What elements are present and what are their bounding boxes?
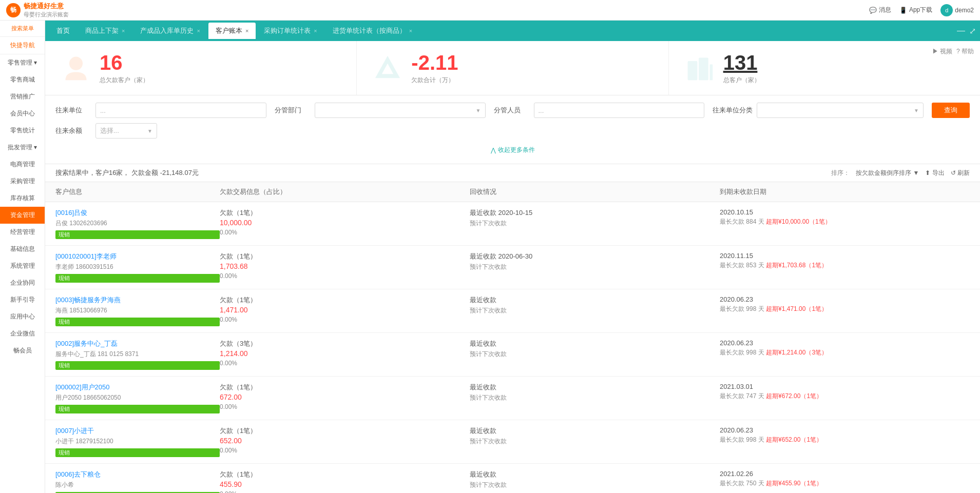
last-repay-2: 最近收款 xyxy=(470,295,720,305)
overdue-link-6[interactable]: 超期¥455.90（1笔） xyxy=(766,480,822,487)
debt-info-1: 欠款（1笔） 1,703.68 0.00% xyxy=(220,252,470,280)
sidebar-item-purchase-mgmt[interactable]: 采购管理 xyxy=(0,173,45,190)
last-repay-3: 最近收款 xyxy=(470,339,720,348)
person-input[interactable]: ... xyxy=(534,103,705,118)
overdue-link-3[interactable]: 超期¥1,214.00（3笔） xyxy=(766,349,828,356)
overdue-link-4[interactable]: 超期¥672.00（1笔） xyxy=(766,392,822,400)
overdue-link-1[interactable]: 超期¥1,703.68（1笔） xyxy=(766,262,828,269)
debtors-label: 总欠款客户（家） xyxy=(100,76,149,85)
tab-minimize-btn[interactable]: — xyxy=(957,26,965,36)
refresh-btn[interactable]: ↺ 刷新 xyxy=(951,169,970,178)
overdue-link-5[interactable]: 超期¥652.00（1笔） xyxy=(766,436,822,443)
help-link[interactable]: ? 帮助 xyxy=(956,47,974,56)
sort-select[interactable]: 按欠款金额倒序排序 ▼ xyxy=(856,169,919,178)
tab-product-off[interactable]: 商品上下架 × xyxy=(78,23,132,39)
customer-name-0[interactable]: [0016]吕俊 xyxy=(55,208,220,218)
sidebar-item-app-center[interactable]: 应用中心 xyxy=(0,308,45,325)
collapse-btn[interactable]: ⋀ 收起更多条件 xyxy=(55,144,970,156)
filter-row-2: 往来余额 选择... ▼ xyxy=(55,123,970,139)
source-unit-input[interactable]: ... xyxy=(95,103,266,118)
sidebar-search[interactable]: 搜索菜单 xyxy=(0,21,45,37)
debt-count-5: 欠款（1笔） xyxy=(220,426,470,436)
sidebar-item-ecommerce[interactable]: 电商管理 xyxy=(0,156,45,173)
sidebar-item-new-guide[interactable]: 新手引导 xyxy=(0,291,45,308)
tab-maximize-btn[interactable]: ⤢ xyxy=(969,26,976,36)
message-btn[interactable]: 💬 消息 xyxy=(869,6,891,14)
table-row: [0002]服务中心_丁磊 服务中心_丁磊 181 0125 8371 现销 欠… xyxy=(45,333,980,377)
svg-point-0 xyxy=(69,56,83,70)
customer-name-3[interactable]: [0002]服务中心_丁磊 xyxy=(55,339,220,348)
tab-bar-actions: — ⤢ xyxy=(957,26,976,36)
sidebar-item-member[interactable]: 畅会员 xyxy=(0,342,45,359)
top-bar-left: 畅 畅捷通好生意 母婴行业演示账套 xyxy=(6,2,69,18)
col-debt-info: 欠款交易信息（占比） xyxy=(220,187,470,196)
debt-amount-0[interactable]: 10,000.00 xyxy=(220,219,470,227)
sidebar-item-batch-mgmt[interactable]: 批发管理 ▾ xyxy=(0,139,45,156)
balance-select[interactable]: 选择... ▼ xyxy=(95,123,157,139)
customer-info-1: [0001020001]李老师 李老师 18600391516 现销 xyxy=(55,252,220,283)
unit-type-select[interactable]: ▼ xyxy=(757,103,924,118)
sidebar-item-ops-mgmt[interactable]: 经营管理 xyxy=(0,224,45,241)
debt-amount-5[interactable]: 652.00 xyxy=(220,437,470,445)
sidebar-item-finance-mgmt[interactable]: 资金管理 xyxy=(0,207,45,224)
customer-tag-2: 现销 xyxy=(55,318,220,326)
next-repay-5: 预计下次收款 xyxy=(470,437,720,446)
query-button[interactable]: 查询 xyxy=(932,103,970,118)
customer-name-6[interactable]: [0006]去下粮仓 xyxy=(55,470,220,479)
debt-amount-2[interactable]: 1,471.00 xyxy=(220,306,470,314)
debt-count-4: 欠款（1笔） xyxy=(220,383,470,392)
stat-info-debtors: 16 总欠款客户（家） xyxy=(100,51,149,85)
app-download-btn[interactable]: 📱 App下载 xyxy=(899,6,932,14)
sidebar-item-member-center[interactable]: 会员中心 xyxy=(0,105,45,122)
collapse-label: 收起更多条件 xyxy=(498,146,535,154)
debt-amount-3[interactable]: 1,214.00 xyxy=(220,349,470,358)
customer-tag-4: 现销 xyxy=(55,405,220,413)
sidebar-item-enterprise-collab[interactable]: 企业协同 xyxy=(0,274,45,291)
customer-info-6: [0006]去下粮仓 陈小希 现销 xyxy=(55,470,220,493)
export-btn[interactable]: ⬆ 导出 xyxy=(925,169,944,178)
debt-count-0: 欠款（1笔） xyxy=(220,208,470,218)
customer-tag-3: 现销 xyxy=(55,361,220,370)
sidebar-item-enterprise-wechat[interactable]: 企业微信 xyxy=(0,325,45,342)
tab-close-product-off[interactable]: × xyxy=(122,28,125,34)
sidebar-item-stock-check[interactable]: 库存核算 xyxy=(0,190,45,207)
repay-info-4: 最近收款 预计下次收款 xyxy=(470,383,720,402)
unit-type-label: 往来单位分类 xyxy=(713,106,753,115)
due-info-2: 2020.06.23 最长欠款 998 天 超期¥1,471.00（1笔） xyxy=(720,295,970,313)
tab-close-inventory-stats[interactable]: × xyxy=(409,28,412,34)
tab-close-customer-account[interactable]: × xyxy=(245,28,248,34)
dept-select[interactable]: ▼ xyxy=(315,103,486,118)
due-date-1: 2020.11.15 xyxy=(720,252,970,260)
video-link[interactable]: ▶ 视频 xyxy=(932,47,952,56)
debt-amount-1[interactable]: 1,703.68 xyxy=(220,262,470,270)
debt-percent-1: 0.00% xyxy=(220,272,470,280)
overdue-link-2[interactable]: 超期¥1,471.00（1笔） xyxy=(766,305,828,312)
debt-amount-6[interactable]: 455.90 xyxy=(220,480,470,488)
sidebar-item-system-mgmt[interactable]: 系统管理 xyxy=(0,258,45,274)
collapse-icon: ⋀ xyxy=(491,147,496,154)
tab-home[interactable]: 首页 xyxy=(49,23,77,39)
tab-close-purchase-order[interactable]: × xyxy=(314,28,317,34)
tab-purchase-order[interactable]: 采购订单统计表 × xyxy=(257,23,324,39)
balance-placeholder: 选择... xyxy=(100,126,119,135)
sidebar-item-quick-nav[interactable]: 快捷导航 xyxy=(0,37,45,54)
customer-name-2[interactable]: [0003]畅捷服务尹海燕 xyxy=(55,295,220,305)
tab-inventory-stats[interactable]: 进货单统计表（按商品） × xyxy=(325,23,419,39)
tab-customer-account[interactable]: 客户账本 × xyxy=(208,23,256,39)
due-date-4: 2021.03.01 xyxy=(720,383,970,390)
sidebar-item-retail-mgmt[interactable]: 零售管理 ▾ xyxy=(0,54,45,71)
tab-close-product-history[interactable]: × xyxy=(197,28,200,34)
customer-name-5[interactable]: [0007]小进干 xyxy=(55,426,220,436)
debt-amount-4[interactable]: 672.00 xyxy=(220,393,470,401)
customer-name-1[interactable]: [0001020001]李老师 xyxy=(55,252,220,261)
due-days-1: 最长欠款 853 天 超期¥1,703.68（1笔） xyxy=(720,261,970,270)
customer-name-4[interactable]: [000002]用户2050 xyxy=(55,383,220,392)
sidebar-item-marketing[interactable]: 营销推广 xyxy=(0,88,45,105)
sidebar-item-basic-info[interactable]: 基础信息 xyxy=(0,241,45,258)
sidebar-item-retail-store[interactable]: 零售商城 xyxy=(0,71,45,88)
user-avatar[interactable]: d demo2 xyxy=(940,4,974,16)
svg-rect-3 xyxy=(709,64,713,80)
sidebar-item-retail-stats[interactable]: 零售统计 xyxy=(0,122,45,139)
tab-product-history[interactable]: 产成品入库单历史 × xyxy=(133,23,207,39)
overdue-link-0[interactable]: 超期¥10,000.00（1笔） xyxy=(766,218,831,225)
